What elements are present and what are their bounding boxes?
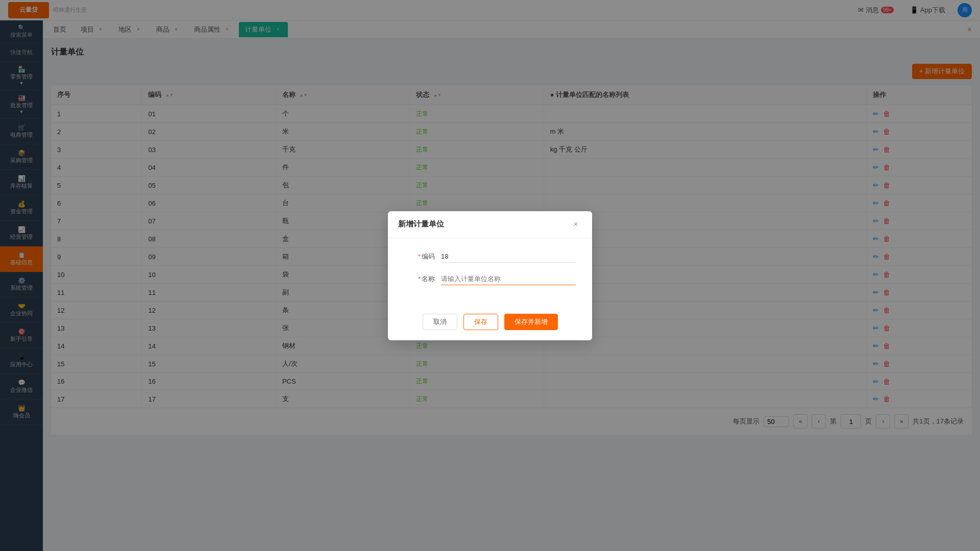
form-item-code: *编码 bbox=[404, 251, 576, 263]
cancel-button[interactable]: 取消 bbox=[423, 314, 457, 330]
modal-add-measure-unit: 新增计量单位 × *编码 *名称 取消 保存 保存并新增 bbox=[388, 211, 592, 340]
modal-footer: 取消 保存 保存并新增 bbox=[388, 308, 592, 340]
modal-close-button[interactable]: × bbox=[570, 218, 582, 231]
code-input[interactable] bbox=[441, 251, 576, 263]
form-item-name: *名称 bbox=[404, 273, 576, 285]
modal-header: 新增计量单位 × bbox=[388, 211, 592, 238]
modal-overlay[interactable]: 新增计量单位 × *编码 *名称 取消 保存 保存并新增 bbox=[0, 0, 980, 551]
name-input[interactable] bbox=[441, 273, 576, 285]
modal-title: 新增计量单位 bbox=[398, 219, 444, 229]
save-and-new-button[interactable]: 保存并新增 bbox=[504, 314, 558, 330]
name-label: *名称 bbox=[404, 274, 435, 284]
save-button[interactable]: 保存 bbox=[463, 314, 498, 330]
code-label: *编码 bbox=[404, 252, 435, 261]
modal-body: *编码 *名称 bbox=[388, 238, 592, 308]
